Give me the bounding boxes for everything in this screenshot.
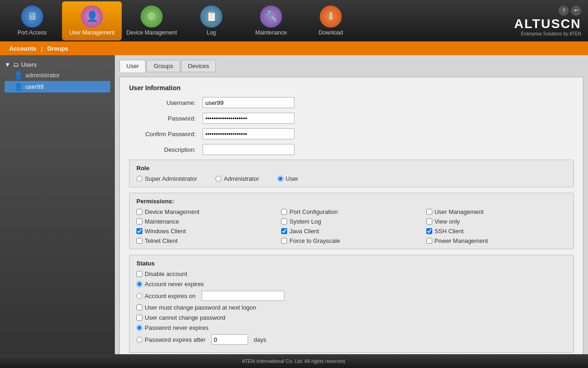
status-label: Status	[136, 260, 566, 267]
disable-account-cb[interactable]	[136, 271, 142, 277]
main-content: ▼ 🗂 Users 👤 administrator 👤 user99 User …	[0, 55, 588, 354]
description-input[interactable]	[203, 144, 294, 155]
expires-on-label: Account expires on	[145, 293, 196, 299]
perm-windows-client[interactable]: Windows Client	[136, 228, 277, 235]
perm-maintenance-cb[interactable]	[136, 218, 142, 224]
pw-expires-after-radio[interactable]	[136, 337, 142, 343]
tree-root-users[interactable]: ▼ 🗂 Users	[5, 60, 110, 69]
nav-device-management-label: Device Management	[126, 29, 177, 36]
cannot-change-pw-cb[interactable]	[136, 315, 142, 321]
password-input[interactable]	[203, 113, 294, 124]
footer-bar: ATEN International Co. Ltd. All rights r…	[0, 354, 588, 368]
users-folder-icon: 🗂	[13, 61, 19, 68]
help-icon[interactable]: ?	[559, 6, 569, 16]
pw-never-expires[interactable]: Password never expires	[136, 324, 209, 331]
role-super-admin[interactable]: Super Administrator	[136, 175, 197, 182]
perm-ssh-client[interactable]: SSH Client	[426, 228, 566, 235]
username-label: Username:	[129, 99, 203, 106]
role-radio-admin[interactable]	[215, 176, 221, 182]
pw-expires-days-input[interactable]	[211, 334, 248, 345]
perm-device-management[interactable]: Device Management	[136, 208, 277, 215]
nav-log[interactable]: 📋 Log	[181, 1, 241, 40]
must-change-pw-row: User must change password at next logon	[136, 304, 566, 311]
role-administrator[interactable]: Administrator	[215, 175, 259, 182]
must-change-pw-cb[interactable]	[136, 305, 142, 310]
role-user[interactable]: User	[277, 175, 298, 182]
logo-text: ALTUSCN	[514, 17, 581, 31]
section-user-information: User Information	[129, 84, 574, 92]
confirm-password-input[interactable]	[203, 128, 294, 139]
top-navigation: 🖥 Port Access 👤 User Management ⚙ Device…	[0, 0, 588, 41]
role-admin-label: Administrator	[224, 175, 259, 182]
password-row: Password:	[129, 113, 574, 124]
perm-telnet-client-cb[interactable]	[136, 238, 142, 244]
perm-windows-client-cb[interactable]	[136, 228, 142, 234]
user-icon-admin: 👤	[14, 71, 23, 80]
perm-force-grayscale-label: Force to Grayscale	[289, 237, 340, 244]
account-never-expires[interactable]: Account never expires	[136, 281, 204, 288]
never-expires-row: Account never expires	[136, 281, 566, 288]
perm-java-client[interactable]: Java Client	[281, 228, 421, 235]
tab-groups[interactable]: Groups	[147, 60, 180, 72]
perm-device-management-cb[interactable]	[136, 209, 142, 215]
perm-system-log-cb[interactable]	[281, 218, 287, 224]
perm-user-management-cb[interactable]	[426, 209, 432, 215]
pw-expires-after[interactable]: Password expires after	[136, 336, 205, 343]
nav-port-access[interactable]: 🖥 Port Access	[2, 1, 62, 40]
perm-ssh-client-cb[interactable]	[426, 228, 432, 234]
cannot-change-pw-row: User cannot change password	[136, 314, 566, 321]
perm-maintenance-label: Maintenance	[145, 218, 179, 225]
user-management-icon: 👤	[81, 6, 103, 28]
nav-device-management[interactable]: ⚙ Device Management	[122, 1, 181, 40]
must-change-pw[interactable]: User must change password at next logon	[136, 304, 256, 311]
disable-account-label: Disable account	[145, 270, 187, 277]
log-icon: 📋	[200, 6, 222, 28]
nav-maintenance-label: Maintenance	[255, 29, 287, 36]
perm-port-configuration[interactable]: Port Configuration	[281, 208, 421, 215]
perm-view-only[interactable]: View only	[426, 218, 566, 225]
perm-telnet-client[interactable]: Telnet Client	[136, 237, 277, 244]
cannot-change-pw-label: User cannot change password	[145, 314, 226, 321]
perm-java-client-cb[interactable]	[281, 228, 287, 234]
nav-maintenance[interactable]: 🔧 Maintenance	[241, 1, 301, 40]
perm-view-only-cb[interactable]	[426, 218, 432, 224]
tab-devices[interactable]: Devices	[181, 60, 216, 72]
disable-account[interactable]: Disable account	[136, 270, 187, 277]
perm-device-management-label: Device Management	[145, 208, 199, 215]
nav-download[interactable]: ⬇ Download	[301, 1, 361, 40]
role-options: Super Administrator Administrator User	[136, 175, 566, 182]
cannot-change-pw[interactable]: User cannot change password	[136, 314, 226, 321]
sidebar-item-administrator[interactable]: 👤 administrator	[5, 69, 110, 81]
username-input[interactable]	[203, 97, 294, 108]
tab-user[interactable]: User	[119, 60, 146, 72]
account-expires-on-radio[interactable]	[136, 293, 142, 299]
perm-system-log[interactable]: System Log	[281, 218, 421, 225]
logout-icon[interactable]: ↩	[571, 6, 581, 16]
nav-user-management[interactable]: 👤 User Management	[62, 1, 122, 40]
sub-navigation: Accounts | Groups	[0, 41, 588, 55]
confirm-password-label: Confirm Password:	[129, 131, 203, 138]
expires-on-date-input[interactable]	[202, 291, 284, 301]
role-radio-super-admin[interactable]	[136, 176, 142, 182]
perm-port-configuration-cb[interactable]	[281, 209, 287, 215]
pw-never-expires-radio[interactable]	[136, 325, 142, 331]
perm-force-grayscale[interactable]: Force to Grayscale	[281, 237, 421, 244]
permissions-label: Permissions:	[136, 198, 566, 205]
sidebar-item-user99[interactable]: 👤 user99	[5, 81, 110, 92]
perm-force-grayscale-cb[interactable]	[281, 238, 287, 244]
role-radio-user[interactable]	[277, 176, 283, 182]
perm-power-management-cb[interactable]	[426, 238, 432, 244]
content-area: User Groups Devices User Information Use…	[115, 55, 588, 354]
account-never-expires-radio[interactable]	[136, 281, 142, 287]
sub-nav-accounts[interactable]: Accounts	[5, 43, 41, 54]
description-label: Description:	[129, 146, 203, 153]
pw-never-expires-row: Password never expires	[136, 324, 566, 331]
perm-power-management[interactable]: Power Management	[426, 237, 566, 244]
disable-account-row: Disable account	[136, 270, 566, 277]
perm-user-management[interactable]: User Management	[426, 208, 566, 215]
sub-nav-groups[interactable]: Groups	[43, 43, 73, 54]
perm-maintenance[interactable]: Maintenance	[136, 218, 277, 225]
account-expires-on[interactable]: Account expires on	[136, 293, 196, 299]
collapse-icon: ▼	[5, 61, 11, 68]
download-icon: ⬇	[320, 6, 342, 28]
